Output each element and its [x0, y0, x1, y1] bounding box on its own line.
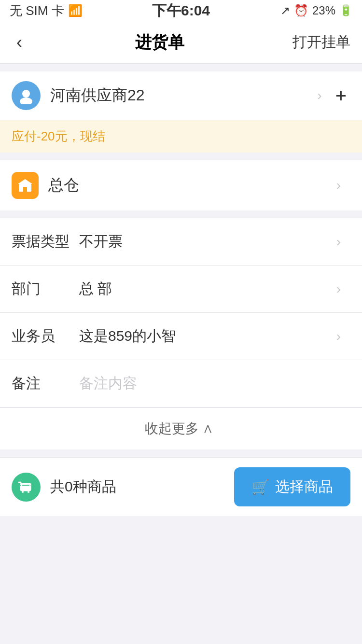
- location-icon: ↗: [280, 4, 290, 17]
- content-area: 河南供应商22 › + 应付-20元，现结 总仓 ›: [0, 64, 362, 644]
- open-hang-button[interactable]: 打开挂单: [292, 32, 350, 52]
- product-icon-wrap: [12, 473, 41, 502]
- status-right: ↗ ⏰ 23% 🔋: [280, 4, 352, 17]
- status-left: 无 SIM 卡 📶: [10, 2, 83, 19]
- select-product-label: 选择商品: [275, 477, 333, 497]
- supplier-row[interactable]: 河南供应商22 › +: [0, 71, 362, 120]
- svg-point-7: [28, 491, 29, 493]
- avatar-icon: [17, 87, 35, 104]
- salesperson-chevron-icon: ›: [336, 329, 341, 344]
- supplier-section: 河南供应商22 › + 应付-20元，现结: [0, 71, 362, 153]
- svg-point-6: [22, 491, 24, 493]
- divider-2: [0, 210, 362, 218]
- svg-marker-3: [18, 179, 32, 184]
- divider-1: [0, 153, 362, 160]
- invoice-type-label: 票据类型: [12, 232, 74, 252]
- select-product-button[interactable]: 🛒 选择商品: [234, 467, 350, 506]
- supplier-name: 河南供应商22: [50, 85, 317, 106]
- collapse-text: 收起更多 ∧: [145, 420, 214, 438]
- gray-fill-area: [0, 516, 362, 644]
- warehouse-section: 总仓 ›: [0, 160, 362, 210]
- invoice-type-value: 不开票: [74, 232, 336, 252]
- svg-point-1: [20, 98, 32, 104]
- notice-bar: 应付-20元，现结: [0, 120, 362, 153]
- divider-3: [0, 449, 362, 457]
- supplier-avatar: [12, 81, 41, 110]
- status-bar: 无 SIM 卡 📶 下午6:04 ↗ ⏰ 23% 🔋: [0, 0, 362, 21]
- department-chevron-icon: ›: [336, 281, 341, 297]
- department-value: 总 部: [74, 279, 336, 299]
- collapse-bar[interactable]: 收起更多 ∧: [0, 407, 362, 449]
- invoice-type-chevron-icon: ›: [336, 234, 341, 250]
- warehouse-icon-wrap: [12, 172, 39, 199]
- battery-icon: 🔋: [339, 4, 352, 17]
- sim-label: 无 SIM 卡: [10, 2, 64, 19]
- add-supplier-button[interactable]: +: [332, 85, 350, 107]
- salesperson-row[interactable]: 业务员 这是859的小智 ›: [0, 313, 362, 360]
- product-cart-icon: [17, 478, 35, 496]
- department-label: 部门: [12, 279, 74, 299]
- supplier-chevron-icon: ›: [317, 88, 321, 103]
- page-title: 进货单: [135, 31, 184, 54]
- product-count-label: 共0种商品: [50, 477, 234, 497]
- salesperson-label: 业务员: [12, 326, 74, 346]
- svg-rect-4: [23, 187, 27, 192]
- nav-bar: ‹ 进货单 打开挂单: [0, 21, 362, 64]
- notice-text: 应付-20元，现结: [12, 129, 105, 143]
- bottom-bar: 共0种商品 🛒 选择商品: [0, 457, 362, 516]
- remark-input[interactable]: 备注内容: [74, 374, 350, 393]
- warehouse-chevron-icon: ›: [336, 178, 341, 193]
- remark-label: 备注: [12, 374, 74, 393]
- wifi-icon: 📶: [68, 4, 83, 17]
- form-section: 票据类型 不开票 › 部门 总 部 › 业务员 这是859的小智 › 备注 备注…: [0, 218, 362, 449]
- department-row[interactable]: 部门 总 部 ›: [0, 266, 362, 313]
- divider-top: [0, 64, 362, 71]
- svg-point-0: [22, 90, 30, 98]
- alarm-icon: ⏰: [294, 4, 308, 17]
- select-product-icon: 🛒: [251, 478, 269, 495]
- warehouse-icon: [17, 177, 33, 194]
- salesperson-value: 这是859的小智: [74, 326, 336, 346]
- battery-label: 23%: [312, 4, 335, 17]
- remark-row[interactable]: 备注 备注内容: [0, 360, 362, 407]
- warehouse-name: 总仓: [48, 175, 336, 196]
- status-time: 下午6:04: [152, 1, 210, 21]
- warehouse-row[interactable]: 总仓 ›: [0, 160, 362, 210]
- back-button[interactable]: ‹: [12, 28, 27, 57]
- invoice-type-row[interactable]: 票据类型 不开票 ›: [0, 218, 362, 266]
